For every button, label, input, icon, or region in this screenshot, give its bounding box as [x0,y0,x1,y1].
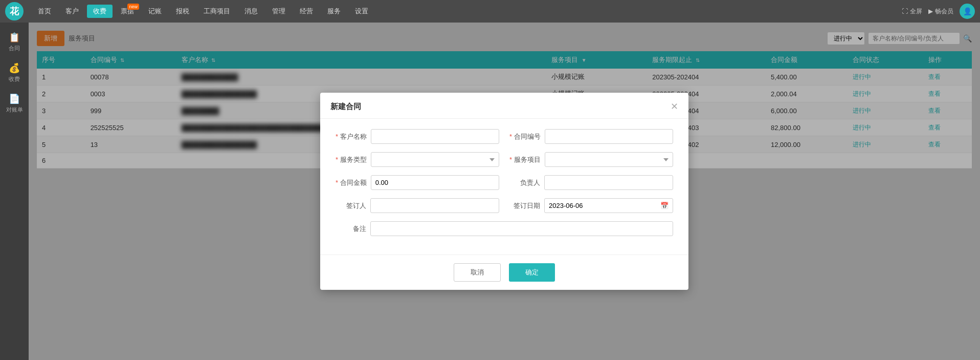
confirm-button[interactable]: 确定 [509,263,555,282]
responsible-label: 负责人 [509,178,540,187]
topnav-right: ⛶ 全屏 ▶ 畅会员 👤 [902,4,975,19]
nav-operation[interactable]: 经营 [294,5,319,18]
form-row-3: 合同金额 0.00 负责人 [336,175,673,190]
service-item-select[interactable] [545,152,673,167]
modal-close-button[interactable]: ✕ [671,101,678,112]
customer-name-input[interactable] [371,129,499,144]
vip-button[interactable]: ▶ 畅会员 [928,7,953,16]
nav-management[interactable]: 管理 [266,5,292,18]
form-row-1: 客户名称 合同编号 [336,129,673,144]
nav-service[interactable]: 服务 [321,5,347,18]
sidebar: 📋 合同 💰 收费 📄 对账单 [0,23,29,360]
form-row-5: 备注 [336,221,673,236]
form-row-2: 服务类型 服务项目 [336,152,673,167]
nav-invoice[interactable]: 票据 new [115,5,140,18]
service-type-select[interactable] [371,152,499,167]
form-group-contract-no: 合同编号 [509,129,673,144]
new-contract-modal: 新建合同 ✕ 客户名称 合同编号 [320,93,688,290]
contract-no-input[interactable] [545,129,673,144]
vip-icon: ▶ [928,8,933,15]
fullscreen-button[interactable]: ⛶ 全屏 [902,7,922,16]
cancel-button[interactable]: 取消 [454,263,501,282]
remark-label: 备注 [336,224,366,234]
remark-input[interactable] [370,221,673,236]
form-row-4: 签订人 签订日期 2023-06-06 📅 [336,198,673,213]
modal-footer: 取消 确定 [320,255,688,290]
nav-billing[interactable]: 收费 [87,5,113,18]
form-group-service-item: 服务项目 [509,152,673,167]
fullscreen-icon: ⛶ [902,8,908,15]
form-group-service-type: 服务类型 [336,152,499,167]
form-group-customer: 客户名称 [336,129,499,144]
nav-bookkeeping[interactable]: 记账 [142,5,168,18]
contract-amount-input[interactable]: 0.00 [371,175,499,190]
form-group-remark: 备注 [336,221,673,236]
nav-business[interactable]: 工商项目 [197,5,236,18]
content-area: 新增 服务项目 进行中 已完成 已停止 🔍 序号 合同编号 ⇅ 客户名称 ⇅ 服… [29,23,980,360]
main-layout: 📋 合同 💰 收费 📄 对账单 新增 服务项目 进行中 已完成 已停止 🔍 [0,23,980,360]
nav-message[interactable]: 消息 [238,5,264,18]
contract-amount-label: 合同金额 [336,178,367,187]
service-type-label: 服务类型 [336,155,367,164]
signer-input[interactable] [370,198,499,213]
nav-menu: 首页 客户 收费 票据 new 记账 报税 工商项目 消息 管理 经营 服务 设… [32,5,902,18]
form-group-signer: 签订人 [336,198,499,213]
sign-date-value: 2023-06-06 [549,202,583,209]
nav-home[interactable]: 首页 [32,5,57,18]
calendar-icon: 📅 [660,202,669,209]
modal-title: 新建合同 [330,102,361,112]
form-group-amount: 合同金额 0.00 [336,175,499,190]
nav-customer[interactable]: 客户 [59,5,85,18]
billing-icon: 💰 [9,62,20,74]
new-badge: new [127,4,139,10]
form-group-sign-date: 签订日期 2023-06-06 📅 [509,198,673,213]
sidebar-item-statement[interactable]: 📄 对账单 [0,89,29,118]
responsible-input[interactable] [544,175,673,190]
contract-icon: 📋 [9,32,20,43]
sign-date-label: 签订日期 [509,201,540,210]
sign-date-input[interactable]: 2023-06-06 📅 [544,198,673,213]
user-avatar[interactable]: 👤 [960,4,975,19]
nav-settings[interactable]: 设置 [349,5,374,18]
nav-tax[interactable]: 报税 [170,5,195,18]
sidebar-item-billing[interactable]: 💰 收费 [0,58,29,87]
contract-no-label: 合同编号 [509,132,541,141]
form-group-responsible: 负责人 [509,175,673,190]
modal-header: 新建合同 ✕ [320,93,688,119]
modal-overlay: 新建合同 ✕ 客户名称 合同编号 [29,23,980,360]
service-item-label: 服务项目 [509,155,541,164]
app-logo: 花 [5,2,24,20]
top-navigation: 花 首页 客户 收费 票据 new 记账 报税 工商项目 消息 管理 经营 服务… [0,0,980,23]
sidebar-item-contract[interactable]: 📋 合同 [0,28,29,56]
modal-body: 客户名称 合同编号 服务类型 [320,119,688,255]
signer-label: 签订人 [336,201,366,210]
customer-name-label: 客户名称 [336,132,367,141]
statement-icon: 📄 [9,93,20,104]
